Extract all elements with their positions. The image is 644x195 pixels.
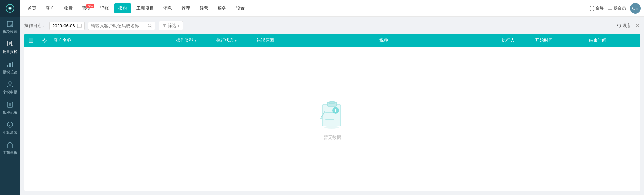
nav-item-messages[interactable]: 消息 bbox=[159, 3, 176, 13]
tax-summary-icon bbox=[6, 60, 14, 69]
svg-rect-37 bbox=[329, 101, 335, 104]
svg-rect-28 bbox=[77, 24, 81, 28]
th-start-time: 开始时间 bbox=[532, 37, 586, 43]
empty-state: ! 暂无数据 bbox=[317, 98, 347, 141]
sidebar-item-tax-summary-label: 报税总览 bbox=[3, 70, 17, 75]
fullscreen-icon bbox=[590, 6, 594, 11]
nav-item-accounts[interactable]: 记账 bbox=[96, 3, 113, 13]
svg-point-16 bbox=[9, 82, 11, 84]
date-label: 操作日期： bbox=[24, 23, 46, 29]
sidebar-item-settlement-label: 汇算清缴 bbox=[3, 130, 17, 135]
sidebar-item-batch-tax[interactable]: 批量报税 bbox=[0, 37, 20, 57]
batch-tax-icon bbox=[6, 40, 14, 48]
operation-type-filter-icon: ▾ bbox=[195, 39, 196, 42]
empty-text: 暂无数据 bbox=[324, 134, 341, 141]
th-end-time: 结束时间 bbox=[586, 37, 640, 43]
sidebar-item-tax-records-label: 报税记录 bbox=[3, 110, 17, 115]
svg-rect-26 bbox=[608, 7, 612, 10]
nav-item-billing[interactable]: 收费 bbox=[60, 3, 77, 13]
chevron-down-icon: ▾ bbox=[178, 24, 179, 28]
nav-item-management[interactable]: 管理 bbox=[177, 3, 194, 13]
content-area: 操作日期： 2023-06-06 bbox=[20, 17, 644, 195]
svg-text:¥: ¥ bbox=[8, 123, 11, 127]
svg-point-45 bbox=[324, 126, 339, 129]
sidebar-item-batch-tax-label: 批量报税 bbox=[3, 49, 17, 54]
member-icon bbox=[608, 6, 612, 11]
nav-item-tax[interactable]: 报税 bbox=[114, 3, 131, 13]
app-logo bbox=[0, 0, 20, 17]
sidebar-item-tax-settings-label: 报税设置 bbox=[3, 29, 17, 34]
nav-right: 全屏 畅会员 CE bbox=[590, 3, 641, 14]
nav-items: 首页 客户 收费 票据 new 记账 报税 工商项目 消息 管理 经营 服务 设… bbox=[24, 3, 590, 13]
svg-rect-15 bbox=[12, 62, 13, 67]
empty-illustration: ! bbox=[317, 98, 347, 131]
th-executor: 执行人 bbox=[499, 37, 532, 43]
search-input[interactable] bbox=[91, 23, 146, 28]
sidebar-item-tax-settings[interactable]: 报税设置 bbox=[0, 17, 20, 37]
table-container: 客户名称 操作类型 ▾ 执行状态 ▾ 错误原因 税种 执行人 bbox=[24, 34, 640, 191]
top-nav: 首页 客户 收费 票据 new 记账 报税 工商项目 消息 管理 经营 服务 设… bbox=[20, 0, 644, 17]
sidebar-item-personal-tax-label: 个税申报 bbox=[3, 90, 17, 95]
main-area: 首页 客户 收费 票据 new 记账 报税 工商项目 消息 管理 经营 服务 设… bbox=[20, 0, 644, 195]
filter-button[interactable]: 筛选 ▾ bbox=[159, 21, 183, 30]
fullscreen-button[interactable]: 全屏 bbox=[590, 5, 604, 11]
refresh-button[interactable]: 刷新 bbox=[617, 23, 632, 29]
tax-settings-icon bbox=[6, 20, 14, 28]
th-error-reason: 错误原因 bbox=[254, 37, 376, 43]
exec-status-filter-icon: ▾ bbox=[235, 39, 237, 42]
svg-line-33 bbox=[151, 26, 152, 27]
sidebar-item-tax-records[interactable]: 报税记录 bbox=[0, 98, 20, 118]
date-picker[interactable]: 2023-06-06 bbox=[49, 22, 85, 30]
svg-text:!: ! bbox=[335, 108, 336, 113]
sidebar-item-settlement[interactable]: ¥ 汇算清缴 bbox=[0, 118, 20, 138]
nav-item-services[interactable]: 服务 bbox=[214, 3, 230, 13]
th-customer-name: 客户名称 bbox=[51, 37, 173, 43]
sidebar-item-annual-report[interactable]: 工商年报 bbox=[0, 138, 20, 158]
select-all-checkbox[interactable] bbox=[29, 38, 33, 43]
svg-rect-14 bbox=[9, 63, 11, 67]
svg-point-34 bbox=[44, 40, 45, 41]
th-operation-type[interactable]: 操作类型 ▾ bbox=[173, 37, 214, 43]
nav-item-business[interactable]: 工商项目 bbox=[132, 3, 158, 13]
annual-report-icon bbox=[6, 141, 14, 149]
filter-label: 筛选 bbox=[168, 23, 176, 29]
refresh-label: 刷新 bbox=[623, 23, 632, 29]
svg-rect-35 bbox=[322, 104, 341, 126]
close-button[interactable]: ✕ bbox=[635, 23, 640, 29]
table-body: ! 暂无数据 bbox=[24, 47, 640, 191]
nav-item-settings[interactable]: 设置 bbox=[232, 3, 249, 13]
nav-item-invoice[interactable]: 票据 new bbox=[78, 3, 95, 13]
sidebar: 报税设置 批量报税 报税总览 bbox=[0, 0, 20, 195]
settings-icon bbox=[42, 38, 47, 43]
search-box[interactable] bbox=[88, 22, 155, 30]
table-header: 客户名称 操作类型 ▾ 执行状态 ▾ 错误原因 税种 执行人 bbox=[24, 34, 640, 47]
sidebar-item-tax-summary[interactable]: 报税总览 bbox=[0, 57, 20, 77]
personal-tax-icon bbox=[6, 80, 14, 89]
tax-records-icon bbox=[6, 100, 14, 109]
nav-item-home[interactable]: 首页 bbox=[24, 3, 40, 13]
svg-rect-13 bbox=[7, 65, 8, 67]
svg-point-32 bbox=[148, 24, 151, 27]
nav-item-operations[interactable]: 经营 bbox=[196, 3, 212, 13]
member-button[interactable]: 畅会员 bbox=[608, 5, 626, 11]
sidebar-item-annual-report-label: 工商年报 bbox=[3, 150, 17, 155]
user-avatar[interactable]: CE bbox=[630, 3, 641, 14]
search-icon bbox=[148, 23, 152, 28]
calendar-icon bbox=[77, 23, 82, 28]
th-checkbox[interactable] bbox=[24, 38, 38, 43]
th-exec-status[interactable]: 执行状态 ▾ bbox=[214, 37, 254, 43]
th-settings[interactable] bbox=[38, 38, 51, 43]
nav-item-customers[interactable]: 客户 bbox=[42, 3, 58, 13]
refresh-icon bbox=[617, 23, 621, 28]
filter-icon bbox=[162, 24, 166, 28]
settlement-icon: ¥ bbox=[6, 120, 14, 129]
new-badge: new bbox=[86, 4, 94, 8]
toolbar: 操作日期： 2023-06-06 bbox=[24, 21, 640, 30]
sidebar-item-personal-tax[interactable]: 个税申报 bbox=[0, 77, 20, 98]
date-value: 2023-06-06 bbox=[52, 23, 75, 28]
svg-point-1 bbox=[9, 7, 11, 9]
th-tax-type: 税种 bbox=[377, 37, 499, 43]
